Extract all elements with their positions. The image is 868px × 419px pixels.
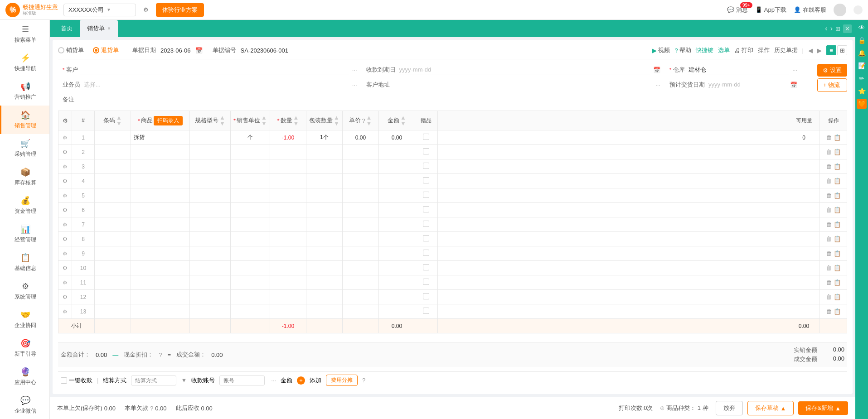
- tab-grid-icon[interactable]: ⊞: [835, 25, 840, 32]
- row-gift[interactable]: [415, 290, 437, 304]
- row-remark[interactable]: [437, 203, 788, 217]
- row-spec[interactable]: [190, 174, 231, 188]
- print-btn[interactable]: 🖨打印: [734, 46, 753, 54]
- rp-icon-6[interactable]: ⭐: [857, 86, 867, 96]
- sidebar-item-finance[interactable]: 💰 资金管理: [0, 191, 49, 220]
- customer-address-input[interactable]: [392, 80, 652, 89]
- row-gift[interactable]: [415, 275, 437, 290]
- sidebar-item-appstore[interactable]: 🔮 应用中心: [0, 362, 49, 391]
- tab-sales[interactable]: 销货单 ×: [80, 20, 118, 37]
- radio-return[interactable]: 退货单: [93, 46, 119, 54]
- row-qty[interactable]: -1.00: [270, 130, 306, 145]
- row-settings[interactable]: ⚙: [58, 304, 72, 319]
- rp-icon-1[interactable]: 👁: [857, 23, 867, 33]
- row-spec[interactable]: [190, 246, 231, 261]
- copy-row-icon[interactable]: 📋: [834, 294, 841, 300]
- sidebar-item-purchase[interactable]: 🛒 采购管理: [0, 134, 49, 163]
- row-qty[interactable]: [270, 304, 306, 319]
- sidebar-item-inventory[interactable]: 📦 库存核算: [0, 163, 49, 191]
- expense-question-icon[interactable]: ?: [362, 377, 365, 384]
- rp-icon-2[interactable]: 🔒: [857, 35, 867, 45]
- row-barcode[interactable]: [95, 203, 131, 217]
- row-remark[interactable]: [437, 246, 788, 261]
- row-qty[interactable]: [270, 217, 306, 232]
- row-price[interactable]: [342, 304, 378, 319]
- sidebar-item-search[interactable]: ☰ 搜索菜单: [0, 20, 49, 48]
- row-gift[interactable]: [415, 203, 437, 217]
- row-price[interactable]: [342, 232, 378, 246]
- row-settings[interactable]: ⚙: [58, 246, 72, 261]
- save-new-button[interactable]: 保存&新增 ▲: [798, 401, 848, 415]
- row-settings[interactable]: ⚙: [58, 203, 72, 217]
- sidebar-item-quick[interactable]: ⚡ 快捷导航: [0, 48, 49, 77]
- prev-record-icon[interactable]: ◀: [808, 47, 813, 54]
- row-qty[interactable]: [270, 159, 306, 174]
- copy-row-icon[interactable]: 📋: [834, 221, 841, 228]
- grid-view-btn[interactable]: ⊞: [837, 45, 847, 55]
- rp-icon-5[interactable]: ✏: [857, 73, 867, 83]
- row-qty[interactable]: [270, 261, 306, 275]
- copy-row-icon[interactable]: 📋: [834, 149, 841, 155]
- delete-row-icon[interactable]: 🗑: [826, 250, 832, 257]
- row-price[interactable]: [342, 174, 378, 188]
- tab-close-all-icon[interactable]: ✕: [843, 24, 852, 33]
- account-input[interactable]: [219, 376, 265, 385]
- trial-button[interactable]: 体验行业方案: [156, 3, 204, 17]
- date-calendar-icon[interactable]: 📅: [195, 47, 203, 54]
- rp-icon-4[interactable]: 📝: [857, 61, 867, 71]
- app-download-button[interactable]: 📱 App下载: [755, 6, 786, 14]
- row-spec[interactable]: [190, 304, 231, 319]
- history-btn[interactable]: 历史单据: [774, 46, 798, 54]
- warehouse-input[interactable]: [687, 65, 789, 74]
- next-record-icon[interactable]: ▶: [817, 47, 822, 54]
- row-price[interactable]: [342, 275, 378, 290]
- row-remark[interactable]: [437, 145, 788, 159]
- scan-button[interactable]: 扫码录入: [154, 116, 183, 125]
- row-barcode[interactable]: [95, 159, 131, 174]
- row-price[interactable]: [342, 290, 378, 304]
- row-remark[interactable]: [437, 159, 788, 174]
- rp-icon-7[interactable]: 🧡: [857, 99, 867, 109]
- delete-row-icon[interactable]: 🗑: [826, 207, 832, 213]
- row-qty[interactable]: [270, 246, 306, 261]
- video-btn[interactable]: ▶视频: [652, 46, 670, 54]
- row-price[interactable]: [342, 188, 378, 203]
- row-barcode[interactable]: [95, 217, 131, 232]
- customer-input[interactable]: [80, 65, 348, 74]
- rp-icon-3[interactable]: 🔔: [857, 48, 867, 58]
- address-more-icon[interactable]: ···: [655, 82, 660, 88]
- delete-row-icon[interactable]: 🗑: [826, 236, 832, 242]
- row-barcode[interactable]: [95, 188, 131, 203]
- row-qty[interactable]: [270, 290, 306, 304]
- copy-row-icon[interactable]: 📋: [834, 192, 841, 199]
- account-more-icon[interactable]: ···: [271, 377, 276, 384]
- tab-close-icon[interactable]: ×: [107, 25, 111, 32]
- row-spec[interactable]: [190, 203, 231, 217]
- payment-due-calendar-icon[interactable]: 📅: [653, 67, 660, 73]
- operation-btn[interactable]: 操作: [758, 46, 770, 54]
- sidebar-item-system[interactable]: ⚙ 系统管理: [0, 277, 49, 305]
- expense-split-button[interactable]: 费用分摊: [326, 375, 358, 386]
- radio-sales[interactable]: 销货单: [58, 46, 84, 54]
- tab-next-icon[interactable]: ›: [830, 24, 833, 33]
- delete-row-icon[interactable]: 🗑: [826, 134, 832, 141]
- row-settings[interactable]: ⚙: [58, 261, 72, 275]
- row-barcode[interactable]: [95, 174, 131, 188]
- col-settings-header[interactable]: ⚙: [58, 111, 72, 130]
- row-qty[interactable]: [270, 145, 306, 159]
- delete-row-icon[interactable]: 🗑: [826, 163, 832, 170]
- row-settings[interactable]: ⚙: [58, 130, 72, 145]
- online-service-button[interactable]: 👤 在线客服: [794, 6, 826, 14]
- row-settings[interactable]: ⚙: [58, 275, 72, 290]
- customer-more-icon[interactable]: ···: [352, 67, 357, 73]
- row-spec[interactable]: [190, 261, 231, 275]
- row-remark[interactable]: [437, 261, 788, 275]
- row-remark[interactable]: [437, 174, 788, 188]
- row-remark[interactable]: [437, 130, 788, 145]
- row-gift[interactable]: [415, 246, 437, 261]
- delete-row-icon[interactable]: 🗑: [826, 149, 832, 155]
- sidebar-item-sales[interactable]: 🏠 销售管理: [0, 106, 49, 134]
- overdue-question-icon[interactable]: ?: [150, 405, 153, 412]
- shortcut-btn[interactable]: 快捷键: [696, 46, 713, 54]
- row-price[interactable]: [342, 203, 378, 217]
